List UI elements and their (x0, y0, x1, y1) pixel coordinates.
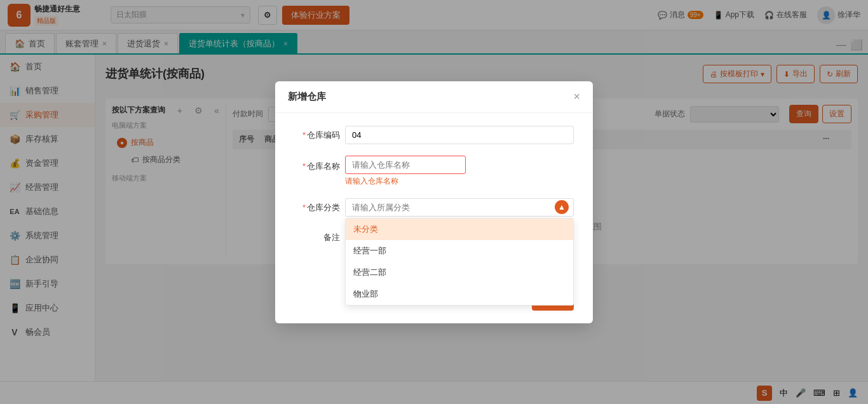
dialog-title: 新增仓库 (288, 91, 326, 103)
category-label: 仓库分类 (294, 198, 345, 213)
dropdown-item-0[interactable]: 未分类 (346, 219, 573, 240)
new-warehouse-dialog: 新增仓库 × 仓库编码 仓库名称 请输入仓库名称 仓库分类 (275, 81, 593, 323)
category-dropdown: 未分类 经营一部 经营二部 物业部 (345, 218, 574, 306)
dialog-header: 新增仓库 × (275, 81, 593, 113)
modal-overlay: 新增仓库 × 仓库编码 仓库名称 请输入仓库名称 仓库分类 (0, 0, 868, 404)
dropdown-item-1[interactable]: 经营一部 (346, 240, 573, 262)
category-input[interactable] (345, 198, 574, 217)
name-label: 仓库名称 (294, 157, 345, 172)
category-select-wrap: ▲ 未分类 经营一部 经营二部 物业部 (345, 198, 574, 217)
dropdown-item-2[interactable]: 经营二部 (346, 262, 573, 283)
code-input[interactable] (345, 126, 574, 144)
dialog-body: 仓库编码 仓库名称 请输入仓库名称 仓库分类 ▲ 未分类 (275, 113, 593, 290)
note-label: 备注 (294, 228, 345, 243)
form-row-code: 仓库编码 (294, 126, 574, 144)
name-error-msg: 请输入仓库名称 (345, 176, 398, 187)
code-label: 仓库编码 (294, 126, 345, 141)
dropdown-item-3[interactable]: 物业部 (346, 283, 573, 305)
category-arrow-icon[interactable]: ▲ (555, 200, 569, 214)
form-row-name: 仓库名称 请输入仓库名称 (294, 156, 574, 187)
dialog-close-button[interactable]: × (573, 90, 580, 104)
form-row-category: 仓库分类 ▲ 未分类 经营一部 经营二部 物业部 (294, 198, 574, 217)
name-input[interactable] (345, 156, 466, 174)
